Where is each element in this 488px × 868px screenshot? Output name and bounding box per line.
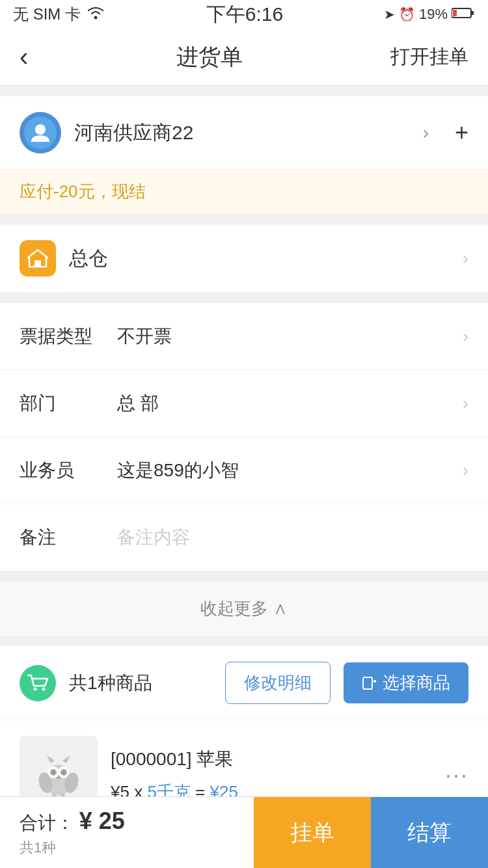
supplier-row[interactable]: 河南供应商22 › + — [0, 96, 488, 170]
gap2 — [0, 214, 488, 224]
carrier-text: 无 SIM 卡 — [13, 4, 81, 25]
svg-point-7 — [34, 687, 37, 690]
checkout-button[interactable]: 结算 — [371, 797, 488, 869]
products-header: 共1种商品 修改明细 选择商品 — [0, 646, 488, 720]
supplier-avatar — [20, 112, 61, 154]
form-row-department[interactable]: 部门 总 部 › — [0, 370, 488, 437]
product-title: 苹果 — [197, 749, 233, 769]
product-more-button[interactable]: ··· — [445, 761, 468, 789]
product-name: [0000001] 苹果 — [111, 747, 432, 772]
form-row-remark[interactable]: 备注 备注内容 — [0, 504, 488, 571]
svg-point-21 — [62, 771, 65, 774]
owl-logo-icon — [33, 749, 85, 801]
cart-icon — [27, 674, 49, 692]
battery-icon — [452, 6, 475, 23]
svg-point-4 — [35, 124, 46, 135]
svg-point-0 — [94, 16, 98, 20]
status-right: ➤ ⏰ 19% — [384, 6, 475, 23]
total-label: 合计： — [20, 813, 74, 833]
wifi-icon — [86, 5, 105, 23]
select-product-label: 选择商品 — [383, 671, 450, 694]
page-title: 进货单 — [176, 42, 243, 72]
svg-rect-2 — [471, 11, 474, 15]
status-left: 无 SIM 卡 — [13, 4, 105, 25]
select-product-icon — [362, 676, 377, 690]
total-amount: ¥ 25 — [79, 807, 125, 834]
alarm-icon: ⏰ — [399, 7, 415, 22]
product-info: [0000001] 苹果 ¥5 x 5千克 = ¥25 — [111, 747, 432, 804]
person-icon — [29, 121, 52, 144]
back-button[interactable]: ‹ — [20, 42, 28, 72]
collapse-label: 收起更多 ∧ — [200, 599, 287, 618]
svg-point-8 — [42, 687, 46, 690]
form-row-invoice[interactable]: 票据类型 不开票 › — [0, 303, 488, 370]
suspend-button[interactable]: 挂单 — [254, 797, 371, 869]
warehouse-chevron-icon: › — [463, 248, 468, 269]
status-time: 下午6:16 — [206, 1, 283, 28]
invoice-label: 票据类型 — [20, 324, 111, 349]
remark-value: 备注内容 — [111, 525, 468, 550]
house-icon — [27, 249, 49, 268]
select-product-button[interactable]: 选择商品 — [344, 662, 468, 703]
supplier-chevron-icon: › — [423, 122, 429, 143]
remark-label: 备注 — [20, 525, 111, 550]
total-area: 合计： ¥ 25 共1种 — [0, 807, 254, 858]
supplier-info-badge: 应付-20元，现结 — [0, 170, 488, 214]
edit-detail-button[interactable]: 修改明细 — [225, 662, 331, 704]
total-count: 共1种 — [20, 838, 234, 858]
department-chevron-icon: › — [463, 393, 468, 414]
products-count: 共1种商品 — [69, 671, 212, 696]
salesperson-label: 业务员 — [20, 458, 111, 483]
warehouse-section: 总仓 › — [0, 224, 488, 293]
battery-percent: 19% — [419, 6, 448, 23]
salesperson-chevron-icon: › — [463, 460, 468, 481]
gap1 — [0, 86, 488, 96]
open-pending-button[interactable]: 打开挂单 — [390, 44, 468, 70]
products-icon — [20, 665, 56, 701]
add-supplier-button[interactable]: + — [455, 119, 468, 146]
status-bar: 无 SIM 卡 下午6:16 ➤ ⏰ 19% — [0, 0, 488, 29]
salesperson-value: 这是859的小智 — [111, 458, 463, 483]
warehouse-row[interactable]: 总仓 › — [0, 224, 488, 293]
collapse-row[interactable]: 收起更多 ∧ — [0, 582, 488, 636]
svg-rect-3 — [453, 10, 457, 16]
total-line: 合计： ¥ 25 — [20, 807, 234, 835]
department-label: 部门 — [20, 391, 111, 416]
svg-point-20 — [52, 771, 55, 774]
svg-rect-6 — [34, 260, 41, 267]
invoice-value: 不开票 — [111, 324, 463, 349]
supplier-section: 河南供应商22 › + 应付-20元，现结 — [0, 96, 488, 214]
department-value: 总 部 — [111, 391, 463, 416]
warehouse-icon — [20, 240, 56, 277]
product-code: [0000001] — [111, 749, 197, 769]
warehouse-name: 总仓 — [69, 245, 463, 272]
bottom-bar: 合计： ¥ 25 共1种 挂单 结算 — [0, 796, 488, 868]
form-section: 票据类型 不开票 › 部门 总 部 › 业务员 这是859的小智 › 备注 备注… — [0, 303, 488, 571]
location-icon: ➤ — [384, 7, 395, 22]
svg-rect-9 — [363, 677, 372, 689]
nav-bar: ‹ 进货单 打开挂单 — [0, 29, 488, 86]
form-row-salesperson[interactable]: 业务员 这是859的小智 › — [0, 437, 488, 504]
invoice-chevron-icon: › — [463, 326, 468, 347]
supplier-name: 河南供应商22 — [74, 120, 423, 146]
